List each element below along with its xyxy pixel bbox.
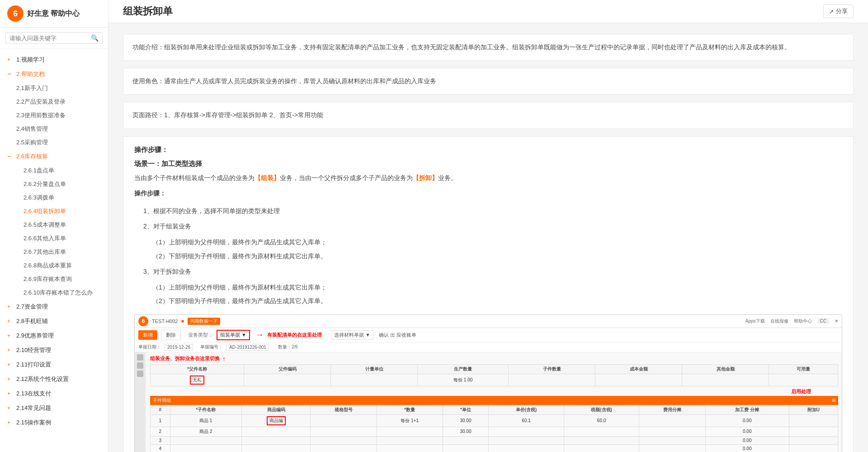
- ss-icon3: [137, 371, 143, 377]
- ops-title: 操作步骤：: [134, 187, 842, 200]
- ss-choose-btn[interactable]: 选择材料单据 ▼: [331, 330, 373, 340]
- sidebar: 6 好生意 帮助中心 🔍 + 1.视频学习 − 2.帮助文档 2.1新手入门 2…: [0, 0, 108, 452]
- ss-th-3: 计量单位: [331, 364, 418, 374]
- expand-icon: +: [7, 318, 14, 324]
- expand-icon: +: [7, 333, 14, 339]
- ss-upper-table-wrap: *父件名称 父件编码 计量单位 生产数量 子件数量 成本金额 其他金额 可用量: [150, 364, 838, 386]
- ss-topbar-right: Apps下载 在线报修 帮助中心 CC ✕: [745, 318, 838, 324]
- sidebar-item-2-6-3[interactable]: 2.6.3调拨单: [0, 191, 108, 205]
- sidebar-item-2-2[interactable]: 2.2产品安装及登录: [0, 95, 108, 109]
- search-icon[interactable]: 🔍: [91, 34, 99, 42]
- ss-row-1: 1 商品 1 商品编 每份 1+1 30.00 60.1: [151, 414, 838, 427]
- sidebar-item-2-14[interactable]: + 2.14常见问题: [0, 401, 108, 415]
- sidebar-item-videos[interactable]: + 1.视频学习: [0, 52, 108, 67]
- expand-icon: +: [7, 304, 14, 310]
- sidebar-item-2-15[interactable]: + 2.15操作案例: [0, 415, 108, 430]
- intro-text: 功能介绍：组装拆卸单用来处理企业组装或拆卸等加工业务，支持有固定装配清单的产品加…: [132, 43, 791, 51]
- search-input[interactable]: [9, 35, 91, 42]
- sidebar-header: 6 好生意 帮助中心: [0, 0, 108, 28]
- topbar: 组装拆卸单 ➚ 分享: [108, 0, 868, 23]
- nav-label: 1.视频学习: [16, 56, 45, 64]
- share-icon: ➚: [829, 8, 834, 15]
- sidebar-item-2-6[interactable]: − 2.6库存核算: [0, 149, 108, 164]
- step2-sub1: （1）上部明细为父件明细，最终作为产成品生成其它入库单；: [134, 236, 842, 248]
- sidebar-item-2-6-6[interactable]: 2.6.6其他入库单: [0, 232, 108, 245]
- ss-qty-label: 数量：2/6: [278, 344, 298, 350]
- share-button[interactable]: ➚ 分享: [823, 5, 854, 18]
- sidebar-item-2-10[interactable]: + 2.10经营管理: [0, 343, 108, 357]
- ss-lth-4: *数量: [377, 405, 443, 414]
- search-box: 🔍: [0, 28, 108, 49]
- sidebar-item-2-8[interactable]: + 2.8手机旺辅: [0, 314, 108, 328]
- sidebar-item-2-6-10[interactable]: 2.6.10库存账本错了怎么办: [0, 286, 108, 300]
- sidebar-item-2-6-7[interactable]: 2.6.7其他出库单: [0, 245, 108, 259]
- ss-repair: 在线报修: [770, 318, 788, 324]
- ss-lth-5: *单位: [443, 405, 489, 414]
- expand-icon: +: [7, 405, 14, 411]
- sidebar-item-2-12[interactable]: + 2.12系统个性化设置: [0, 372, 108, 386]
- ss-ann1: 有装配清单的在这里处理: [267, 332, 322, 338]
- intro-card: 功能介绍：组装拆卸单用来处理企业组装或拆卸等加工业务，支持有固定装配清单的产品加…: [123, 34, 854, 61]
- ss-child-name-2: 商品 2: [170, 427, 241, 436]
- sidebar-item-2-5[interactable]: 2.5采购管理: [0, 136, 108, 149]
- ss-child-proc-1: 0.00: [705, 414, 789, 427]
- path-text: 页面路径：1、库存核算->库存管理->组装拆卸单 2、首页->常用功能: [132, 111, 323, 119]
- ss-type-val[interactable]: 组装单据 ▼: [217, 330, 250, 340]
- sidebar-item-docs[interactable]: − 2.帮助文档: [0, 67, 108, 81]
- sidebar-item-2-6-4[interactable]: 2.6.4组装拆卸单: [0, 205, 108, 218]
- app-title: 好生意 帮助中心: [27, 9, 80, 19]
- sidebar-item-2-6-9[interactable]: 2.6.9库存账本查询: [0, 272, 108, 286]
- ss-th-2: 父件编码: [244, 364, 331, 374]
- sidebar-item-2-11[interactable]: + 2.11打印设置: [0, 357, 108, 372]
- scenario1-desc: 当由多个子件材料组装成一个成品的业务为【组装】业务，当由一个父件拆分成多个子产品…: [134, 172, 842, 184]
- ss-child-tax-1: 60.0: [564, 414, 639, 427]
- sidebar-item-2-4[interactable]: 2.4销售管理: [0, 122, 108, 136]
- sidebar-item-2-6-2[interactable]: 2.6.2分量盘点单: [0, 177, 108, 191]
- sidebar-item-2-6-8[interactable]: 2.6.8商品成本重算: [0, 259, 108, 272]
- expand-icon: +: [7, 376, 14, 382]
- ss-confirm-btn[interactable]: 确认 出 应收账单: [379, 332, 416, 338]
- ss-new-btn[interactable]: 新增: [138, 330, 157, 340]
- ss-dot: [181, 320, 184, 323]
- ss-lth-1: *子件名称: [170, 405, 241, 414]
- step2-sub2: （2）下部明细为子件明细，最终作为原材料生成其它出库单。: [134, 250, 842, 262]
- nav-tree: + 1.视频学习 − 2.帮助文档 2.1新手入门 2.2产品安装及登录 2.3…: [0, 49, 108, 452]
- ss-child-price-1: 60.1: [489, 414, 564, 427]
- ss-child-qty-1: 每份 1+1: [377, 414, 443, 427]
- step3-sub2: （2）下部明细为子件明细，最终作为产成品生成其它入库单。: [134, 295, 842, 307]
- ss-child-code-val: 商品编: [267, 416, 286, 425]
- ss-lth-8: 费用分摊: [639, 405, 706, 414]
- expand-icon: +: [7, 57, 14, 63]
- sidebar-item-2-6-1[interactable]: 2.6.1盘点单: [0, 164, 108, 177]
- ss-date-label: 单据日期：: [138, 344, 161, 350]
- ss-lth-9: 加工费 分摊: [705, 405, 789, 414]
- search-wrap[interactable]: 🔍: [5, 32, 103, 44]
- steps-title: 操作步骤：: [134, 146, 842, 154]
- ss-ann-row3: 启用处理: [150, 388, 838, 395]
- ss-parent-name-val: 无礼: [190, 376, 204, 385]
- ss-parent-name: 无礼: [151, 374, 244, 386]
- sidebar-item-2-7[interactable]: + 2.7资金管理: [0, 300, 108, 314]
- step2: 2、对于组装业务: [134, 220, 842, 233]
- nav-label: 2.6库存核算: [16, 152, 48, 161]
- ss-child-proc-2: 0.00: [705, 427, 789, 436]
- share-label: 分享: [836, 7, 848, 15]
- collapse-icon-2-6: −: [7, 153, 14, 160]
- ss-ann3: 启用处理: [791, 388, 811, 395]
- nav-label: 2.14常见问题: [16, 404, 51, 412]
- ss-help: 帮助中心: [794, 318, 812, 324]
- sidebar-item-2-13[interactable]: + 2.13在线支付: [0, 386, 108, 401]
- sidebar-item-2-9[interactable]: + 2.9优惠券管理: [0, 328, 108, 343]
- ss-left-icons: [135, 352, 146, 452]
- nav-label: 2.帮助文档: [16, 70, 45, 78]
- ss-date-val: 2019-12-26: [165, 344, 193, 351]
- ss-no-val: AD-20191226-001: [226, 344, 269, 351]
- ss-lower-table-wrap: 子件明细 ⊞ # *子件名称 商品编码 规格型号: [150, 396, 838, 452]
- ss-tables-wrap: 组装业务、拆卸业务在这里切换 ↑ *父件名称 父件编码 计量单位: [150, 355, 838, 452]
- sidebar-item-2-3[interactable]: 2.3使用前数据准备: [0, 109, 108, 122]
- ss-icon1: [137, 354, 143, 361]
- ss-close-icon[interactable]: ✕: [835, 319, 838, 324]
- ss-del-btn[interactable]: 删除: [161, 330, 181, 340]
- sidebar-item-2-1[interactable]: 2.1新手入门: [0, 81, 108, 95]
- sidebar-item-2-6-5[interactable]: 2.6.5成本调整单: [0, 218, 108, 232]
